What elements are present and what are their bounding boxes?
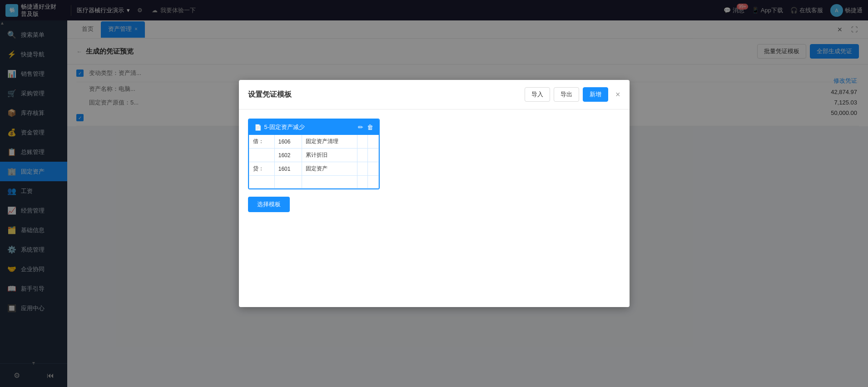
select-template-btn[interactable]: 选择模板 <box>248 197 290 212</box>
page-content: ← 生成的凭证预览 批量凭证模板 全部生成凭证 ✓ 变动类型：资产清... <box>67 39 868 387</box>
empty-1 <box>249 176 274 189</box>
template-delete-icon[interactable]: 🗑 <box>367 124 373 131</box>
empty-4 <box>357 176 367 189</box>
debit-code-2: 1602 <box>274 149 302 162</box>
debit-label-2 <box>249 149 274 162</box>
template-row-1: 借： 1606 固定资产清理 <box>249 135 378 149</box>
modal-body: 📄 5-固定资产减少 ✏ 🗑 <box>239 109 630 307</box>
import-btn[interactable]: 导入 <box>525 87 550 102</box>
debit-name-1: 固定资产清理 <box>302 135 357 149</box>
empty-3 <box>302 176 357 189</box>
modal-overlay: 设置凭证模板 导入 导出 新增 × <box>67 39 868 387</box>
debit-extra-1 <box>357 135 367 149</box>
credit-label-1: 贷： <box>249 162 274 176</box>
modal-title: 设置凭证模板 <box>248 90 292 99</box>
template-row-2: 1602 累计折旧 <box>249 149 378 162</box>
main-area: ▲ 🔍 搜索菜单 ⚡ 快捷导航 📊 销售管理 🛒 采购管理 <box>0 20 868 387</box>
template-table: 借： 1606 固定资产清理 1602 <box>249 135 379 189</box>
debit-name-2: 累计折旧 <box>302 149 357 162</box>
voucher-template-modal: 设置凭证模板 导入 导出 新增 × <box>239 80 630 307</box>
debit-label-1: 借： <box>249 135 274 149</box>
template-card-title: 📄 5-固定资产减少 <box>254 123 305 131</box>
debit-extra-3 <box>357 149 367 162</box>
empty-2 <box>274 176 302 189</box>
credit-extra-2 <box>368 162 378 176</box>
template-card: 📄 5-固定资产减少 ✏ 🗑 <box>248 119 380 189</box>
template-card-actions: ✏ 🗑 <box>358 124 373 131</box>
debit-extra-4 <box>368 149 378 162</box>
credit-extra-1 <box>357 162 367 176</box>
template-name: 5-固定资产减少 <box>264 123 305 131</box>
template-card-header: 📄 5-固定资产减少 ✏ 🗑 <box>249 119 379 135</box>
debit-extra-2 <box>368 135 378 149</box>
modal-header: 设置凭证模板 导入 导出 新增 × <box>239 80 630 109</box>
empty-5 <box>368 176 378 189</box>
content-area: 首页 资产管理 × ✕ ⛶ ← 生成的凭证预览 <box>67 20 868 387</box>
template-row-3: 贷： 1601 固定资产 <box>249 162 378 176</box>
template-row-4 <box>249 176 378 189</box>
debit-code-1: 1606 <box>274 135 302 149</box>
credit-code-1: 1601 <box>274 162 302 176</box>
modal-close-btn[interactable]: × <box>615 90 620 99</box>
new-template-btn[interactable]: 新增 <box>583 87 608 102</box>
template-doc-icon: 📄 <box>254 124 262 131</box>
credit-name-1: 固定资产 <box>302 162 357 176</box>
template-edit-icon[interactable]: ✏ <box>358 124 363 131</box>
modal-header-actions: 导入 导出 新增 × <box>525 87 620 102</box>
export-btn[interactable]: 导出 <box>554 87 579 102</box>
